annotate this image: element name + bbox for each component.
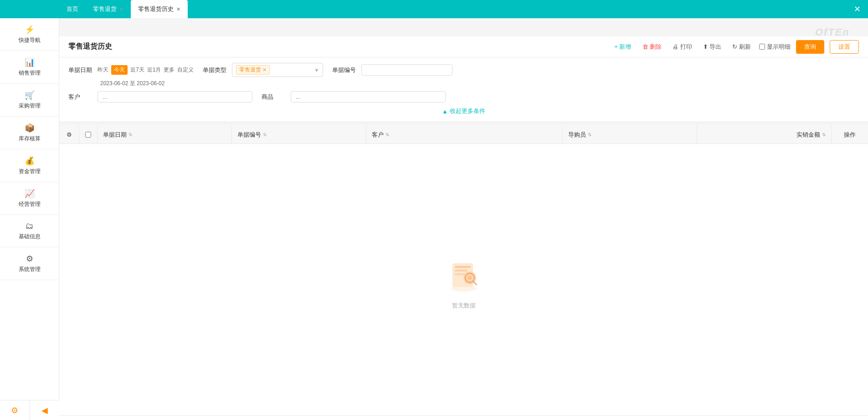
tab-retail-return[interactable]: 零售退货 ✕ <box>86 0 131 18</box>
sidebar-item-operation[interactable]: 📈 经营管理 <box>0 182 59 215</box>
table-header: ⚙ 单据日期 ⇅ 单据编号 ⇅ 客户 ⇅ 导购员 ⇅ 实销金额 <box>59 126 868 144</box>
collapse-btn[interactable]: ▲ 收起更多条件 <box>442 107 485 115</box>
date-shortcuts: 昨天 今天 近7天 近1月 更多 自定义 <box>98 65 194 75</box>
filter-row-1: 单据日期 昨天 今天 近7天 近1月 更多 自定义 单据类型 零售退货 ✕ <box>68 63 859 77</box>
operation-icon: 📈 <box>25 189 35 199</box>
finance-icon: 💰 <box>25 156 35 166</box>
home-tab[interactable]: 首页 <box>59 5 86 13</box>
sidebar-item-label: 库存核算 <box>19 135 41 143</box>
page-header: 零售退货历史 + 新增 🗑 删除 🖨 打印 ⬆ 导出 ↻ 刷新 显示明细 查询 … <box>59 36 868 57</box>
print-button[interactable]: 🖨 打印 <box>670 43 695 51</box>
goods-input[interactable] <box>291 91 446 102</box>
sort-num-icon[interactable]: ⇅ <box>263 132 267 137</box>
sort-date-icon[interactable]: ⇅ <box>128 132 132 137</box>
filter-row-2: 客户 商品 <box>68 91 859 102</box>
display-toggle-label: 显示明细 <box>767 43 791 51</box>
goods-label: 商品 <box>262 93 287 101</box>
window-close-icon[interactable]: ✕ <box>854 4 861 14</box>
th-check[interactable] <box>79 126 98 143</box>
th-guide: 导购员 ⇅ <box>563 126 697 143</box>
sidebar-gear-btn[interactable]: ⚙ <box>0 400 30 420</box>
date-yesterday[interactable]: 昨天 <box>98 66 108 74</box>
date-month[interactable]: 近1月 <box>147 66 161 74</box>
doc-num-input[interactable] <box>361 64 452 76</box>
doc-num-filter: 单据编号 <box>332 64 452 76</box>
date-more[interactable]: 更多 <box>164 66 175 74</box>
tab-return-history[interactable]: 零售退货历史 ✕ <box>131 0 188 18</box>
display-toggle[interactable]: 显示明细 <box>759 43 791 51</box>
tab-label: 零售退货历史 <box>138 5 174 13</box>
new-button[interactable]: + 新增 <box>611 43 634 51</box>
system-icon: ⚙ <box>26 254 33 264</box>
pagination: 每页显示 50 10 20 100 « ‹ 第 页 › » 共0页, 0条记录 <box>59 415 868 420</box>
sidebar: 🔍 搜索菜单 ⚡ 快捷导航 📊 销售管理 🛒 采购管理 📦 库存核算 💰 资金管… <box>0 0 59 420</box>
svg-rect-3 <box>455 270 467 271</box>
empty-text: 暂无数据 <box>452 302 476 310</box>
svg-point-8 <box>468 276 472 280</box>
tab-close-icon[interactable]: ✕ <box>176 6 180 12</box>
sidebar-item-label: 销售管理 <box>19 69 41 77</box>
chevron-down-icon: ▼ <box>314 67 319 73</box>
empty-illustration <box>441 250 487 295</box>
th-amount: 实销金额 ⇅ <box>697 126 832 143</box>
tab-close-icon[interactable]: ✕ <box>119 6 123 12</box>
th-date: 单据日期 ⇅ <box>98 126 232 143</box>
empty-state: 暂无数据 <box>59 144 868 415</box>
date-today[interactable]: 今天 <box>111 65 128 75</box>
refresh-button[interactable]: ↻ 刷新 <box>729 43 754 51</box>
th-num-label: 单据编号 <box>237 131 261 139</box>
quick-nav-icon: ⚡ <box>25 25 35 35</box>
setting-button[interactable]: 设置 <box>830 40 859 54</box>
sort-amount-icon[interactable]: ⇅ <box>822 132 826 137</box>
sort-guide-icon[interactable]: ⇅ <box>588 132 591 137</box>
export-button[interactable]: ⬆ 导出 <box>700 43 724 51</box>
sidebar-item-label: 系统管理 <box>19 266 41 273</box>
th-customer: 客户 ⇅ <box>366 126 562 143</box>
sidebar-item-sales[interactable]: 📊 销售管理 <box>0 51 59 84</box>
sort-customer-icon[interactable]: ⇅ <box>385 132 389 137</box>
sidebar-bottom: ⚙ ◀ <box>0 400 59 420</box>
page-title: 零售退货历史 <box>68 42 112 51</box>
customer-filter: 客户 <box>68 91 252 102</box>
date-range-display: 2023-06-02 至 2023-06-02 <box>100 80 164 87</box>
inventory-icon: 📦 <box>25 123 35 133</box>
doc-type-tag: 零售退货 ✕ <box>236 65 270 75</box>
toolbar: + 新增 🗑 删除 🖨 打印 ⬆ 导出 ↻ 刷新 显示明细 查询 设置 <box>611 40 859 54</box>
date-custom[interactable]: 自定义 <box>177 66 194 74</box>
svg-line-7 <box>473 282 477 285</box>
sidebar-collapse-btn[interactable]: ◀ <box>30 400 60 420</box>
main-content: 零售退货历史 + 新增 🗑 删除 🖨 打印 ⬆ 导出 ↻ 刷新 显示明细 查询 … <box>59 36 868 420</box>
doc-type-remove[interactable]: ✕ <box>262 67 267 73</box>
table-area: ⚙ 单据日期 ⇅ 单据编号 ⇅ 客户 ⇅ 导购员 ⇅ 实销金额 <box>59 126 868 420</box>
sales-icon: 📊 <box>25 57 35 67</box>
goods-filter: 商品 <box>262 91 446 102</box>
collapse-icon: ▲ <box>442 108 448 115</box>
th-settings[interactable]: ⚙ <box>59 126 79 143</box>
th-op-label: 操作 <box>844 131 856 139</box>
sidebar-item-label: 基础信息 <box>19 233 41 241</box>
date-filter-label: 单据日期 <box>68 66 94 74</box>
query-button[interactable]: 查询 <box>796 40 824 54</box>
customer-label: 客户 <box>68 93 94 101</box>
sidebar-item-inventory[interactable]: 📦 库存核算 <box>0 117 59 149</box>
sidebar-item-finance[interactable]: 💰 资金管理 <box>0 149 59 182</box>
date-filter: 单据日期 昨天 今天 近7天 近1月 更多 自定义 <box>68 65 194 75</box>
th-amount-label: 实销金额 <box>796 131 820 139</box>
sidebar-item-label: 经营管理 <box>19 200 41 208</box>
sidebar-item-system[interactable]: ⚙ 系统管理 <box>0 247 59 280</box>
svg-rect-4 <box>455 273 465 275</box>
select-all-checkbox[interactable] <box>85 132 91 138</box>
date-week[interactable]: 近7天 <box>130 66 144 74</box>
th-date-label: 单据日期 <box>103 131 127 139</box>
delete-button[interactable]: 🗑 删除 <box>640 43 665 51</box>
display-toggle-checkbox[interactable] <box>759 44 765 50</box>
doc-num-label: 单据编号 <box>332 66 358 74</box>
sidebar-item-label: 快捷导航 <box>19 36 41 44</box>
sidebar-item-basic[interactable]: 🗂 基础信息 <box>0 215 59 247</box>
svg-rect-2 <box>455 266 471 268</box>
doc-type-select[interactable]: 零售退货 ✕ ▼ <box>232 63 323 77</box>
sidebar-item-quick-nav[interactable]: ⚡ 快捷导航 <box>0 18 59 51</box>
th-guide-label: 导购员 <box>568 131 586 139</box>
customer-input[interactable] <box>98 91 252 102</box>
sidebar-item-purchase[interactable]: 🛒 采购管理 <box>0 84 59 117</box>
